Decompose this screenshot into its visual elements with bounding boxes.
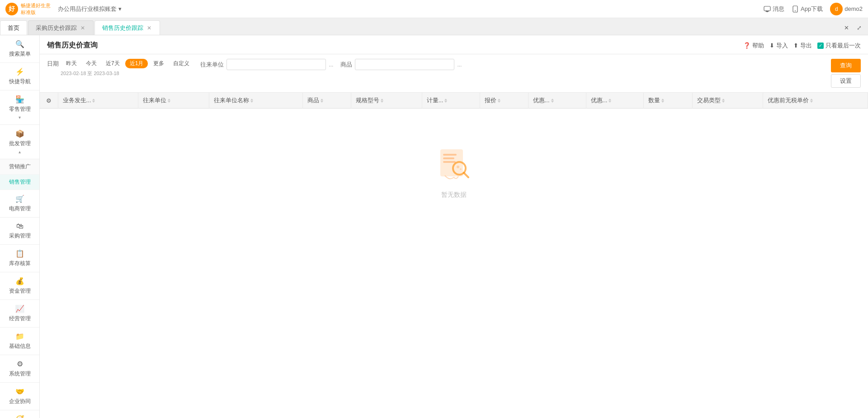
app-download-button[interactable]: App下载 bbox=[792, 5, 823, 13]
export-button[interactable]: ⬆ 导出 bbox=[793, 42, 812, 50]
date-filter-group: 日期 昨天 今天 近7天 近1月 更多 自定义 2023-02-18 至 202… bbox=[47, 59, 193, 77]
close-purchase-tab-icon[interactable]: ✕ bbox=[80, 25, 86, 31]
sidebar-item-purchase[interactable]: 🛍 采购管理 bbox=[0, 218, 39, 245]
content-area: 销售历史价查询 ❓ 帮助 ⬇ 导入 ⬆ 导出 ✓ 只看最后一次 bbox=[40, 35, 868, 418]
goods-input[interactable] bbox=[355, 59, 454, 70]
sidebar-item-retail[interactable]: 🏪 零售管理 ▾ bbox=[0, 90, 39, 125]
search-icon: 🔍 bbox=[15, 40, 24, 48]
import-icon: ⬇ bbox=[769, 42, 774, 49]
close-sales-tab-icon[interactable]: ✕ bbox=[146, 25, 152, 31]
date-more-button[interactable]: 更多 bbox=[150, 59, 168, 68]
money-icon: 💰 bbox=[15, 277, 24, 285]
sidebar: 🔍 搜索菜单 ⚡ 快捷导航 🏪 零售管理 ▾ 📦 批发管理 ▴ 营销推广 销售管… bbox=[0, 35, 40, 418]
goods-more-button[interactable]: ... bbox=[457, 62, 462, 68]
date-custom-button[interactable]: 自定义 bbox=[170, 59, 193, 68]
sidebar-item-shortcuts[interactable]: ⚡ 快捷导航 bbox=[0, 63, 39, 90]
table-container: ⚙ 业务发生... bbox=[40, 93, 868, 418]
header-right: 消息 App下载 d demo2 bbox=[764, 3, 863, 15]
tab-sales-history[interactable]: 销售历史价跟踪 ✕ bbox=[94, 20, 160, 35]
th-goods[interactable]: 商品 bbox=[302, 93, 351, 109]
tab-bar: 首页 采购历史价跟踪 ✕ 销售历史价跟踪 ✕ ✕ ⤢ bbox=[0, 18, 868, 35]
page-title: 销售历史价查询 bbox=[47, 41, 98, 50]
customer-more-button[interactable]: ... bbox=[329, 62, 333, 68]
help-button[interactable]: ❓ 帮助 bbox=[743, 42, 764, 50]
th-biz-date[interactable]: 业务发生... bbox=[58, 93, 138, 109]
sidebar-item-guide[interactable]: 🧭 新手引导 bbox=[0, 410, 39, 418]
svg-rect-6 bbox=[443, 161, 456, 163]
sidebar-item-wholesale[interactable]: 📦 批发管理 ▴ bbox=[0, 125, 39, 159]
th-partner-code[interactable]: 往来单位 bbox=[138, 93, 209, 109]
empty-illustration bbox=[431, 145, 476, 185]
tab-purchase-history[interactable]: 采购历史价跟踪 ✕ bbox=[28, 20, 94, 35]
help-icon: ❓ bbox=[743, 42, 750, 49]
query-button[interactable]: 查询 bbox=[831, 59, 861, 72]
chevron-down-icon: ▾ bbox=[19, 115, 21, 120]
account-dropdown[interactable]: 办公用品行业模拟账套 ▾ bbox=[54, 5, 125, 13]
store-icon: 🏪 bbox=[15, 95, 24, 104]
logo-area: 好 畅捷通好生意 标准版 bbox=[5, 2, 51, 15]
sidebar-item-marketing[interactable]: 营销推广 bbox=[0, 159, 39, 175]
goods-label: 商品 bbox=[340, 61, 352, 69]
sidebar-item-system[interactable]: ⚙ 系统管理 bbox=[0, 355, 39, 383]
data-table: ⚙ 业务发生... bbox=[40, 93, 868, 109]
sort-icon bbox=[810, 99, 813, 103]
th-discount1[interactable]: 优惠... bbox=[528, 93, 586, 109]
customer-label: 往来单位 bbox=[200, 61, 224, 69]
th-quantity[interactable]: 数量 bbox=[644, 93, 692, 109]
th-settings[interactable]: ⚙ bbox=[40, 93, 58, 109]
sidebar-item-search[interactable]: 🔍 搜索菜单 bbox=[0, 35, 39, 63]
sort-icon bbox=[92, 99, 95, 103]
cart-icon: 🛒 bbox=[15, 195, 24, 203]
th-trans-type[interactable]: 交易类型 bbox=[692, 93, 763, 109]
column-settings-icon[interactable]: ⚙ bbox=[46, 97, 52, 104]
checkbox-checked-icon: ✓ bbox=[817, 43, 824, 49]
sidebar-item-ecommerce[interactable]: 🛒 电商管理 bbox=[0, 190, 39, 218]
settings-button[interactable]: 设置 bbox=[831, 74, 861, 88]
sort-icon bbox=[444, 99, 447, 103]
filter-area: 日期 昨天 今天 近7天 近1月 更多 自定义 2023-02-18 至 202… bbox=[40, 54, 868, 93]
only-last-checkbox-label[interactable]: ✓ 只看最后一次 bbox=[817, 42, 861, 50]
import-button[interactable]: ⬇ 导入 bbox=[769, 42, 788, 50]
svg-point-9 bbox=[457, 166, 459, 168]
th-quoted-price[interactable]: 报价 bbox=[480, 93, 528, 109]
user-avatar[interactable]: d demo2 bbox=[830, 3, 863, 15]
date-quick-buttons: 昨天 今天 近7天 近1月 更多 自定义 bbox=[62, 59, 193, 68]
header-left: 好 畅捷通好生意 标准版 办公用品行业模拟账套 ▾ bbox=[5, 2, 125, 15]
main-layout: 🔍 搜索菜单 ⚡ 快捷导航 🏪 零售管理 ▾ 📦 批发管理 ▴ 营销推广 销售管… bbox=[0, 35, 868, 418]
sidebar-item-sales-mgmt[interactable]: 销售管理 bbox=[0, 175, 39, 190]
sort-icon bbox=[722, 99, 725, 103]
date-1month-button[interactable]: 近1月 bbox=[125, 59, 148, 68]
goods-filter-group: 商品 ... bbox=[340, 59, 462, 70]
sidebar-item-collaboration[interactable]: 🤝 企业协同 bbox=[0, 383, 39, 410]
chevron-down-icon: ▾ bbox=[118, 5, 122, 12]
tab-home[interactable]: 首页 bbox=[0, 20, 27, 35]
date-filter-row: 日期 昨天 今天 近7天 近1月 更多 自定义 bbox=[47, 59, 193, 68]
date-yesterday-button[interactable]: 昨天 bbox=[62, 59, 80, 68]
sort-icon bbox=[609, 99, 611, 103]
th-spec[interactable]: 规格型号 bbox=[351, 93, 422, 109]
sidebar-item-finance[interactable]: 💰 资金管理 bbox=[0, 272, 39, 300]
th-pre-tax-price[interactable]: 优惠前无税单价 bbox=[763, 93, 868, 109]
message-button[interactable]: 消息 bbox=[764, 5, 784, 13]
date-7days-button[interactable]: 近7天 bbox=[102, 59, 123, 68]
folder-icon: 📁 bbox=[15, 332, 24, 341]
th-discount2[interactable]: 优惠... bbox=[586, 93, 644, 109]
sort-icon bbox=[661, 99, 664, 103]
th-partner-name[interactable]: 往来单位名称 bbox=[209, 93, 303, 109]
compass-icon: 🧭 bbox=[15, 415, 24, 418]
purchase-icon: 🛍 bbox=[16, 222, 24, 230]
sidebar-item-basic-info[interactable]: 📁 基础信息 bbox=[0, 328, 39, 355]
maximize-button[interactable]: ⤢ bbox=[854, 22, 864, 33]
sidebar-item-operations[interactable]: 📈 经营管理 bbox=[0, 300, 39, 328]
sidebar-item-inventory[interactable]: 📋 库存核算 bbox=[0, 245, 39, 272]
svg-point-2 bbox=[795, 10, 796, 11]
svg-point-10 bbox=[460, 168, 462, 170]
date-today-button[interactable]: 今天 bbox=[82, 59, 100, 68]
close-all-tabs-button[interactable]: ✕ bbox=[841, 22, 852, 33]
sort-icon bbox=[551, 99, 554, 103]
lightning-icon: ⚡ bbox=[15, 67, 24, 76]
th-unit[interactable]: 计量... bbox=[422, 93, 480, 109]
top-header: 好 畅捷通好生意 标准版 办公用品行业模拟账套 ▾ 消息 App下载 bbox=[0, 0, 868, 18]
svg-rect-4 bbox=[443, 154, 457, 156]
customer-input[interactable] bbox=[226, 59, 326, 70]
